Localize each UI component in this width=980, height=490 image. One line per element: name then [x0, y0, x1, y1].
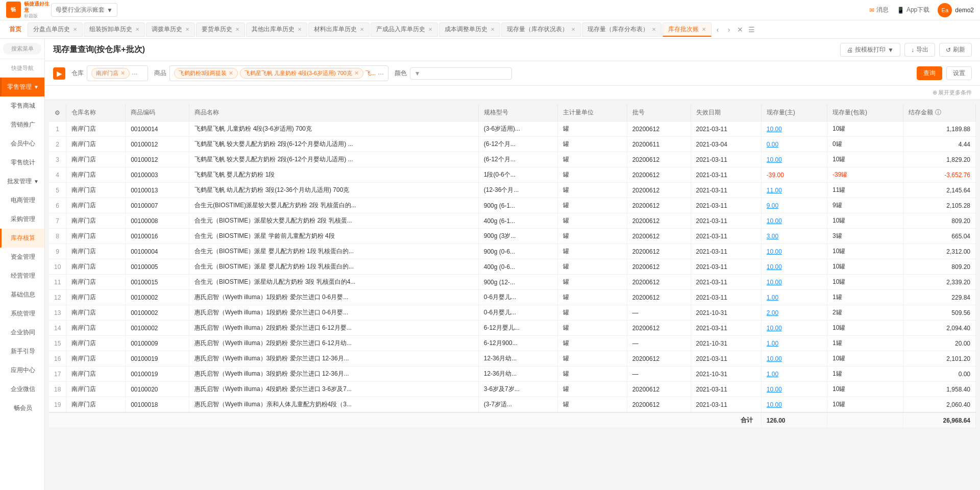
sidebar-item-lingshoutj[interactable]: 零售统计 — [0, 153, 44, 172]
footer-amount: 26,968.64 — [903, 412, 976, 428]
table-footer: 合计 126.00 26,968.64 — [49, 412, 976, 428]
row-qty-pkg: 1罐 — [827, 336, 903, 351]
row-warehouse: 南岸门店 — [66, 213, 126, 229]
tab-fenpan[interactable]: 分盘点单历史 ✕ — [28, 22, 83, 37]
row-qty-main[interactable]: 10.00 — [761, 152, 827, 167]
sidebar-item-jichu[interactable]: 基础信息 — [0, 285, 44, 304]
row-qty-main[interactable]: 9.00 — [761, 198, 827, 213]
tab-diaobo[interactable]: 调拨单历史 ✕ — [146, 22, 195, 37]
tab-xiancunliang2[interactable]: 现存量（库存分布表） ✕ — [582, 22, 662, 37]
tab-nav-close[interactable]: ✕ — [735, 22, 745, 37]
row-qty-main[interactable]: 10.00 — [761, 397, 827, 413]
tab-nav-menu[interactable]: ☰ — [746, 22, 756, 37]
row-batch: 20200612 — [627, 229, 691, 244]
sidebar-item-yingxiao[interactable]: 营销推广 — [0, 115, 44, 134]
sidebar-item-huiyuan[interactable]: 会员中心 — [0, 134, 44, 153]
app-download-btn[interactable]: 📱 App下载 — [897, 6, 929, 14]
sidebar-item-caigou[interactable]: 采购管理 — [0, 210, 44, 229]
row-qty-main[interactable]: 1.00 — [761, 366, 827, 382]
row-qty-main[interactable]: 0.00 — [761, 137, 827, 152]
quick-nav-label[interactable]: 快捷导航 — [0, 62, 44, 74]
query-btn[interactable]: 查询 — [917, 66, 942, 80]
row-qty-pkg: 10罐 — [827, 321, 903, 336]
tab-xiancunliang1[interactable]: 现存量（库存状况表） ✕ — [501, 22, 581, 37]
row-qty-pkg: 1罐 — [827, 366, 903, 382]
template-print-btn[interactable]: 🖨 按模板打印 ▼ — [840, 43, 900, 57]
row-qty-main[interactable]: 10.00 — [761, 382, 827, 397]
row-index: 2 — [49, 137, 66, 152]
row-qty-main[interactable]: 10.00 — [761, 121, 827, 137]
row-batch: 20200611 — [627, 137, 691, 152]
tab-yaohuo[interactable]: 要货单历史 ✕ — [196, 22, 245, 37]
sidebar-item-xinshou[interactable]: 新手引导 — [0, 342, 44, 361]
account-selector[interactable]: 母婴行业演示账套 ▼ — [51, 3, 117, 17]
tab-qitachuku[interactable]: 其他出库单历史 ✕ — [246, 22, 307, 37]
row-qty-main[interactable]: 10.00 — [761, 213, 827, 229]
row-spec: (6-12个月... — [478, 137, 557, 152]
table-header: ⚙ 仓库名称 商品编码 商品名称 规格型号 主计量单位 批号 失效日期 现存量(… — [49, 104, 976, 121]
filter-expand-btn[interactable]: ▶ — [53, 67, 65, 80]
sidebar-menu: 零售管理 ▼ 零售商城 营销推广 会员中心 零售统计 批发管理 ▼ 电商管理 采… — [0, 78, 44, 490]
sidebar-item-dianshang[interactable]: 电商管理 — [0, 191, 44, 210]
tab-home[interactable]: 首页 — [4, 22, 27, 37]
warehouse-input[interactable]: 南岸门店 ✕ ··· — [87, 65, 148, 81]
row-qty-main[interactable]: 2.00 — [761, 305, 827, 321]
tab-cailiao[interactable]: 材料出库单历史 ✕ — [308, 22, 370, 37]
tab-nav-next[interactable]: › — [724, 22, 734, 37]
row-name: 合生元（BIOSTIME）派星 婴儿配方奶粉 1段 乳核蛋白的... — [189, 259, 479, 275]
row-qty-main[interactable]: 10.00 — [761, 321, 827, 336]
row-qty-main[interactable]: 1.00 — [761, 336, 827, 351]
row-qty-main[interactable]: 10.00 — [761, 244, 827, 259]
row-qty-main[interactable]: 10.00 — [761, 259, 827, 275]
tab-zuzhuang[interactable]: 组装拆卸单历史 ✕ — [84, 22, 145, 37]
sidebar-item-qiye[interactable]: 企业协同 — [0, 323, 44, 342]
refresh-btn[interactable]: ↺ 刷新 — [939, 43, 972, 57]
row-spec: 12-36月幼... — [478, 351, 557, 366]
tab-chengben[interactable]: 成本调整单历史 ✕ — [439, 22, 500, 37]
tab-nav-prev[interactable]: ‹ — [713, 22, 723, 37]
message-btn[interactable]: ✉ 消息 — [869, 6, 889, 14]
product-input[interactable]: 飞鹤奶粉3段两提装 ✕ 飞鹤星飞帆 儿童奶粉 4段(3-6岁适用) 700克 ✕… — [169, 65, 388, 81]
table-row: 8南岸门店00100016合生元（BIOSTIME）派星 学龄前儿童配方奶粉 4… — [49, 229, 976, 244]
sidebar-item-zijin[interactable]: 资金管理 — [0, 248, 44, 266]
tab-chengpin[interactable]: 产成品入库单历史 ✕ — [371, 22, 438, 37]
product-tag-1: 飞鹤奶粉3段两提装 ✕ — [174, 68, 238, 79]
row-qty-main[interactable]: 10.00 — [761, 351, 827, 366]
row-qty-main[interactable]: -39.00 — [761, 167, 827, 183]
warehouse-tag-close[interactable]: ✕ — [120, 70, 125, 77]
row-batch: 20200612 — [627, 259, 691, 275]
row-qty-pkg: 10罐 — [827, 397, 903, 413]
row-spec: (12-36个月... — [478, 183, 557, 198]
row-qty-main[interactable]: 11.00 — [761, 183, 827, 198]
table-body: 1南岸门店00100014飞鹤星飞帆 儿童奶粉 4段(3-6岁适用) 700克(… — [49, 121, 976, 413]
table-row: 19南岸门店00100018惠氏启智（Wyeth illuma）亲和人体儿童配方… — [49, 397, 976, 413]
search-menu-btn[interactable]: 搜索菜单 — [3, 43, 41, 55]
sidebar-item-pifa[interactable]: 批发管理 ▼ — [0, 172, 44, 191]
row-batch: 20200612 — [627, 382, 691, 397]
sidebar-item-lingshoucheng[interactable]: 零售商城 — [0, 96, 44, 115]
sidebar-item-jingying[interactable]: 经营管理 — [0, 266, 44, 285]
sidebar-item-xitong[interactable]: 系统管理 — [0, 304, 44, 323]
product-dots[interactable]: ··· — [378, 69, 384, 78]
row-qty-main[interactable]: 3.00 — [761, 229, 827, 244]
sidebar-item-lingshoucm[interactable]: 零售管理 ▼ — [0, 78, 44, 96]
sidebar-item-yingyong[interactable]: 应用中心 — [0, 361, 44, 380]
row-amount: 2,060.40 — [903, 397, 976, 413]
row-amount: 2,094.40 — [903, 321, 976, 336]
sidebar-item-weixin[interactable]: 企业微信 — [0, 380, 44, 399]
table-row: 3南岸门店00100012飞鹤星飞帆 较大婴儿配方奶粉 2段(6-12个月婴幼儿… — [49, 152, 976, 167]
tab-kucunpici[interactable]: 库存批次账 ✕ — [663, 22, 712, 37]
row-code: 00100004 — [126, 244, 189, 259]
export-btn[interactable]: ↓ 导出 — [904, 43, 935, 57]
row-index: 4 — [49, 167, 66, 183]
row-qty-main[interactable]: 1.00 — [761, 290, 827, 305]
expand-conditions-btn[interactable]: ⊕ 展开更多条件 — [933, 89, 972, 96]
sidebar-item-kucunhesuan[interactable]: 库存核算 — [0, 229, 44, 248]
row-qty-pkg: 10罐 — [827, 382, 903, 397]
row-qty-main[interactable]: 10.00 — [761, 275, 827, 290]
sidebar-item-changhui[interactable]: 畅会员 — [0, 399, 44, 418]
row-expire: 2021-03-11 — [691, 351, 761, 366]
settings-btn[interactable]: 设置 — [946, 66, 972, 80]
warehouse-more[interactable]: ··· — [132, 69, 138, 78]
color-input[interactable]: ▼ — [410, 67, 512, 80]
